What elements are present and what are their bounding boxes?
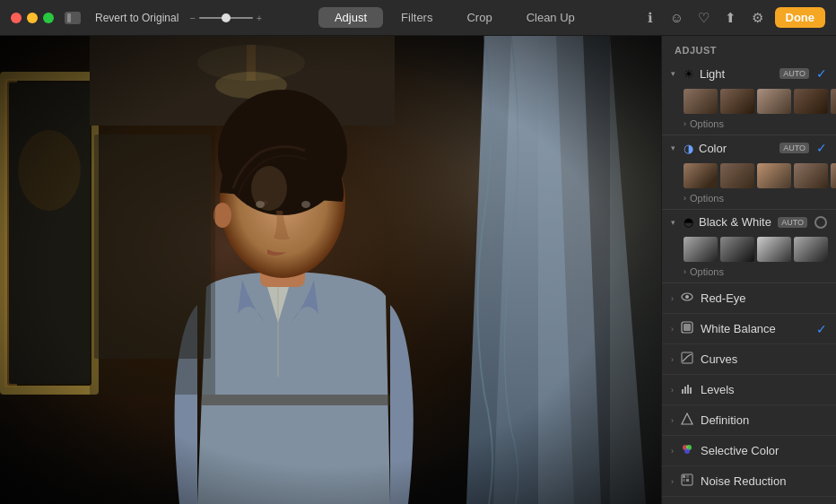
sidebar-header: ADJUST <box>662 36 836 61</box>
nav-tabs: Adjust Filters Crop Clean Up <box>276 7 632 28</box>
traffic-lights <box>11 13 54 23</box>
white-balance-icon <box>679 321 695 336</box>
info-button[interactable]: ℹ <box>640 8 660 28</box>
svg-point-33 <box>685 295 689 299</box>
noise-reduction-expand: › <box>671 477 674 486</box>
bw-options-chevron: › <box>684 267 686 276</box>
section-color: ▾ ◑ Color AUTO ✓ › Options <box>662 135 836 210</box>
row-noise-reduction[interactable]: › Noise Reduction <box>662 466 836 497</box>
section-color-header[interactable]: ▾ ◑ Color AUTO ✓ <box>662 135 836 161</box>
svg-rect-1 <box>72 13 78 22</box>
close-button[interactable] <box>11 13 22 23</box>
done-button[interactable]: Done <box>775 7 826 28</box>
photo-area <box>0 36 661 504</box>
color-chevron: ▾ <box>671 143 680 152</box>
color-options-label: Options <box>690 193 724 204</box>
bw-thumb-3[interactable] <box>757 237 791 262</box>
bw-circle <box>814 216 827 229</box>
color-thumb-3[interactable] <box>757 163 791 188</box>
bw-thumb-4[interactable] <box>794 237 828 262</box>
titlebar-right: ℹ ☺ ♡ ⬆ ⚙ Done <box>640 7 826 28</box>
sidebar-toggle[interactable] <box>65 12 81 24</box>
color-label: Color <box>699 142 776 155</box>
bw-thumb-1[interactable] <box>684 237 718 262</box>
color-thumb-1[interactable] <box>684 163 718 188</box>
light-chevron: ▾ <box>671 69 680 78</box>
white-balance-expand: › <box>671 325 674 334</box>
row-selective-color[interactable]: › Selective Color <box>662 436 836 466</box>
light-thumb-5[interactable] <box>831 89 836 114</box>
svg-rect-35 <box>684 324 691 331</box>
definition-expand: › <box>671 416 674 425</box>
levels-icon <box>679 382 695 397</box>
bw-label: Black & White <box>699 215 774 229</box>
emoji-button[interactable]: ☺ <box>667 8 687 28</box>
light-thumb-3[interactable] <box>757 89 791 114</box>
fullscreen-button[interactable] <box>43 13 54 23</box>
tab-adjust[interactable]: Adjust <box>318 7 383 28</box>
selective-color-icon <box>679 443 695 458</box>
svg-rect-0 <box>67 13 71 22</box>
row-sharpen[interactable]: › Sharpen <box>662 497 836 504</box>
white-balance-label: White Balance <box>701 322 811 335</box>
red-eye-icon <box>679 291 695 306</box>
definition-icon <box>679 413 695 428</box>
light-options-label: Options <box>690 118 724 129</box>
bw-icon: ◓ <box>684 215 693 229</box>
tab-crop[interactable]: Crop <box>450 7 508 28</box>
gear-button[interactable]: ⚙ <box>748 8 768 28</box>
svg-rect-38 <box>684 387 686 394</box>
minimize-button[interactable] <box>27 13 38 23</box>
color-icon: ◑ <box>684 142 693 155</box>
red-eye-expand: › <box>671 294 674 303</box>
revert-button[interactable]: Revert to Original <box>95 12 179 24</box>
curves-icon <box>679 352 695 367</box>
row-white-balance[interactable]: › White Balance ✓ <box>662 314 836 344</box>
row-curves[interactable]: › Curves <box>662 344 836 375</box>
heart-button[interactable]: ♡ <box>694 8 714 28</box>
share-button[interactable]: ⬆ <box>721 8 741 28</box>
color-auto-badge: AUTO <box>779 143 809 153</box>
zoom-slider[interactable]: − + <box>189 13 262 23</box>
white-balance-check: ✓ <box>816 322 827 336</box>
sidebar: ADJUST ▾ ☀ Light AUTO ✓ › Options <box>661 36 836 504</box>
noise-reduction-label: Noise Reduction <box>701 474 827 488</box>
color-thumb-2[interactable] <box>720 163 754 188</box>
light-options[interactable]: › Options <box>662 117 836 135</box>
section-bw-header[interactable]: ▾ ◓ Black & White AUTO <box>662 210 836 234</box>
tab-filters[interactable]: Filters <box>385 7 448 28</box>
definition-label: Definition <box>701 413 827 427</box>
light-options-chevron: › <box>684 119 686 128</box>
row-red-eye[interactable]: › Red-Eye <box>662 283 836 314</box>
color-options-chevron: › <box>684 194 686 203</box>
levels-label: Levels <box>701 383 827 396</box>
color-options[interactable]: › Options <box>662 191 836 209</box>
color-thumb-4[interactable] <box>794 163 828 188</box>
row-levels[interactable]: › Levels <box>662 375 836 405</box>
tab-cleanup[interactable]: Clean Up <box>510 7 591 28</box>
window-controls <box>65 12 81 24</box>
light-check: ✓ <box>816 66 827 81</box>
light-thumb-4[interactable] <box>794 89 828 114</box>
light-thumb-2[interactable] <box>720 89 754 114</box>
selective-color-expand: › <box>671 447 674 456</box>
row-definition[interactable]: › Definition <box>662 405 836 436</box>
section-light-header[interactable]: ▾ ☀ Light AUTO ✓ <box>662 61 836 86</box>
svg-rect-48 <box>683 479 685 482</box>
bw-options[interactable]: › Options <box>662 265 836 282</box>
color-check: ✓ <box>816 141 827 155</box>
svg-rect-37 <box>682 389 684 394</box>
color-thumb-5[interactable] <box>831 163 836 188</box>
noise-reduction-icon <box>679 474 695 489</box>
section-bw: ▾ ◓ Black & White AUTO › Options <box>662 210 836 283</box>
levels-expand: › <box>671 386 674 395</box>
light-thumbnails <box>662 86 836 117</box>
bw-chevron: ▾ <box>671 218 680 227</box>
bw-thumb-2[interactable] <box>720 237 754 262</box>
curves-label: Curves <box>701 352 827 366</box>
bw-auto-badge: AUTO <box>778 217 807 228</box>
selective-color-label: Selective Color <box>701 444 827 457</box>
light-thumb-1[interactable] <box>684 89 718 114</box>
svg-rect-49 <box>686 479 689 482</box>
titlebar: Revert to Original − + Adjust Filters Cr… <box>0 0 836 36</box>
